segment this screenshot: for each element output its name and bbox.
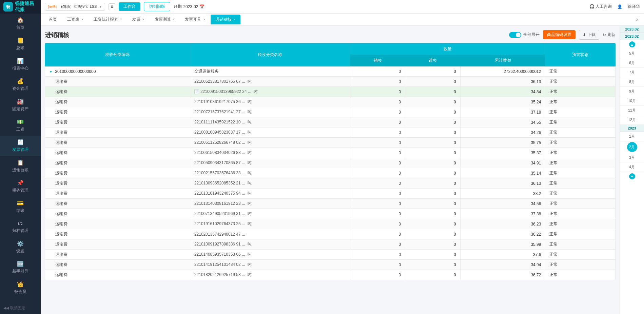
sidebar-item-ledger[interactable]: 📒 总账 xyxy=(0,34,41,54)
tab-salary-stats-close[interactable]: × xyxy=(120,18,122,21)
tax-code-cell: 运输费 xyxy=(45,107,190,117)
tab-invoice-calc[interactable]: 发票测算 × xyxy=(150,15,180,24)
sidebar-item-member[interactable]: 👑 畅会员 xyxy=(0,278,41,298)
calendar-month-mar[interactable]: 3月 xyxy=(620,153,644,162)
purchase-cell: 0 xyxy=(405,209,460,219)
sales-cell: 0 xyxy=(350,168,405,178)
sales-cell: 0 xyxy=(350,158,405,168)
calendar-nav-up[interactable]: ▲ xyxy=(620,40,644,49)
toggle-switch[interactable] xyxy=(509,32,521,38)
sidebar-item-home[interactable]: 🏠 首页 xyxy=(0,14,41,34)
cumulative-cell: 34.56 xyxy=(460,199,545,209)
company-dropdown-icon: ▼ xyxy=(99,5,102,8)
tab-home[interactable]: 首页 xyxy=(44,15,62,24)
invoice-no-cell: 221013140308161912 23 ... 吨 xyxy=(190,199,350,209)
status-cell: 正常 xyxy=(545,127,616,138)
calendar-month-jan[interactable]: 1月 xyxy=(620,132,644,141)
sidebar-item-invoice-mgmt[interactable]: 🧾 发票管理 xyxy=(0,136,41,156)
calendar-nav-down[interactable]: ▼ xyxy=(620,172,644,181)
sales-cell: 0 xyxy=(350,229,405,239)
workspace-button[interactable]: 工作台 xyxy=(119,2,140,11)
tab-invoice-open[interactable]: 发票开具 × xyxy=(180,15,210,24)
sidebar-item-salary[interactable]: 💵 工资 xyxy=(0,115,41,136)
calendar-month-apr[interactable]: 4月 xyxy=(620,162,644,172)
sidebar-item-tax[interactable]: 📌 税务管理 xyxy=(0,176,41,197)
download-label: 下载 xyxy=(587,32,596,38)
tab-reconcile[interactable]: 进销稽核 × xyxy=(211,15,240,24)
sales-cell: 0 xyxy=(350,178,405,189)
calendar-month-aug[interactable]: 8月 xyxy=(620,77,644,87)
tabbar-close-all[interactable]: × xyxy=(634,17,641,22)
tab-reconcile-close[interactable]: × xyxy=(234,18,236,21)
invoice-no-cell: 221011111435921522 10 ... 吨 xyxy=(190,117,350,127)
table-row: 运输费 221011111435921522 10 ... 吨 0 0 34.5… xyxy=(45,117,616,127)
download-button[interactable]: ⬇ 下载 xyxy=(579,30,599,40)
cumulative-cell: 34.91 xyxy=(460,158,545,168)
sidebar-item-label: 畅会员 xyxy=(14,289,26,295)
tab-salary-label: 工资表 xyxy=(67,17,79,22)
calendar-icon[interactable]: 📅 xyxy=(199,4,204,9)
sidebar-item-fund[interactable]: 💰 资金管理 xyxy=(0,75,41,95)
calendar-year-label-top: 2023.02 xyxy=(620,26,644,33)
toggle-expand[interactable]: 全部展开 xyxy=(509,32,540,38)
purchase-cell: 0 xyxy=(405,158,460,168)
sidebar-item-settle[interactable]: 💳 结账 xyxy=(0,197,41,217)
status-cell: 正常 xyxy=(545,107,616,117)
calendar-month-jun[interactable]: 6月 xyxy=(620,58,644,68)
calendar-month-may[interactable]: 5月 xyxy=(620,49,644,58)
purchase-cell: 0 xyxy=(405,199,460,209)
calendar-month-sep[interactable]: 9月 xyxy=(620,87,644,96)
calendar-month-oct[interactable]: 10月 xyxy=(620,96,644,106)
unpin-button[interactable]: ◀◀ 取消固定 xyxy=(0,302,41,314)
content-main: 进销稽核 全部展开 商品编码设置 ⬇ 下载 ↻ 刷新 xyxy=(41,26,620,314)
calendar-month-feb[interactable]: 2月 xyxy=(627,142,637,152)
support-label[interactable]: 🎧 人工咨询 xyxy=(589,4,612,9)
calendar-month-nov[interactable]: 11月 xyxy=(620,106,644,115)
tax-code-cell: 运输费 xyxy=(45,199,190,209)
settings-icon: ⚙️ xyxy=(17,240,24,247)
nav-down-button[interactable]: ▼ xyxy=(629,173,635,179)
tax-code-cell: 运输费 xyxy=(45,229,190,239)
sidebar-item-archive[interactable]: 🗂 归档管理 xyxy=(0,217,41,237)
file-icon[interactable]: 📄 xyxy=(194,90,199,94)
status-cell: 正常 xyxy=(545,209,616,219)
sidebar-item-assets[interactable]: 🏭 固定资产 xyxy=(0,95,41,115)
status-cell: 正常 xyxy=(545,97,616,107)
tab-invoice-close[interactable]: × xyxy=(142,18,144,21)
tab-invoice-open-close[interactable]: × xyxy=(203,18,205,21)
table-row: 运输费 221005090343170865 87 ... 吨 0 0 34.9… xyxy=(45,158,616,168)
refresh-button[interactable]: ↻ 刷新 xyxy=(603,32,616,38)
copy-icon[interactable]: ⧉ xyxy=(109,3,115,10)
status-cell: 正常 xyxy=(545,66,616,77)
expand-icon[interactable]: ▼ xyxy=(49,70,53,74)
tab-salary-close[interactable]: × xyxy=(81,18,83,21)
sidebar-item-guide[interactable]: 🆕 新手引导 xyxy=(0,257,41,278)
period-button[interactable]: 切到旧版 xyxy=(144,2,170,11)
cumulative-cell: 36.22 xyxy=(460,229,545,239)
download-icon: ⬇ xyxy=(583,33,586,37)
tab-salary-stats[interactable]: 工资统计报表 × xyxy=(89,15,127,24)
tax-name-cell: 交通运输服务 xyxy=(190,66,350,77)
sidebar-item-sales-ledger[interactable]: 📋 进销台账 xyxy=(0,156,41,176)
calendar-month-dec[interactable]: 12月 xyxy=(620,115,644,125)
tab-salary[interactable]: 工资表 × xyxy=(62,15,88,24)
tax-code-cell: 运输费 xyxy=(45,209,190,219)
ledger-icon: 📒 xyxy=(17,37,24,44)
company-selector[interactable]: (勿动） (勿动）江西报宝-LSS ▼ xyxy=(45,3,105,11)
sidebar-item-settings[interactable]: ⚙️ 设置 xyxy=(0,237,41,257)
sidebar-item-label: 进销台账 xyxy=(12,167,28,173)
table-row: 运输费 221007134905231969 31 ... 吨 0 0 37.3… xyxy=(45,209,616,219)
invoice-no-cell: 221005112528266748 02 ... 吨 xyxy=(190,138,350,148)
main-area: (勿动） (勿动）江西报宝-LSS ▼ ⧉ 工作台 切到旧版 账期 2023-0… xyxy=(41,0,644,314)
calendar-month-jul[interactable]: 7月 xyxy=(620,68,644,77)
sidebar-item-reports[interactable]: 📊 报表中心 xyxy=(0,54,41,75)
cumulative-cell: 35.24 xyxy=(460,97,545,107)
sidebar-item-label: 总账 xyxy=(16,45,24,51)
pin-icon: ◀◀ xyxy=(3,306,9,310)
setting-button[interactable]: 商品编码设置 xyxy=(543,30,575,39)
tab-invoice[interactable]: 发票 × xyxy=(128,15,149,24)
tab-invoice-calc-close[interactable]: × xyxy=(173,18,175,21)
sidebar: 畅 畅捷通易代账 🏠 首页 📒 总账 📊 报表中心 💰 资金管理 🏭 固定资产 … xyxy=(0,0,41,314)
purchase-cell: 0 xyxy=(405,189,460,199)
nav-up-button[interactable]: ▲ xyxy=(629,41,635,47)
